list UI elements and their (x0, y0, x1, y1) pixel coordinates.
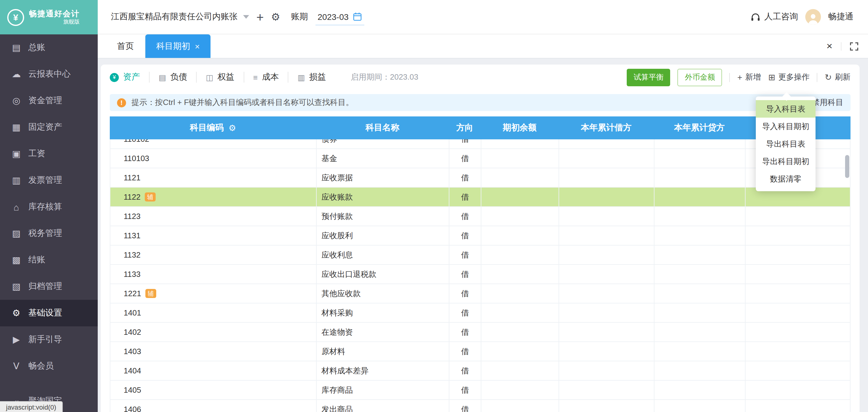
account-table-row[interactable]: 1132 应收利息 借 (111, 246, 850, 265)
account-table-row[interactable]: 1401 材料采购 借 (111, 304, 850, 323)
period-picker[interactable]: 2023-03 (315, 9, 364, 25)
sidebar-item-label: 总账 (28, 42, 45, 53)
auxiliary-badge: 辅 (145, 289, 156, 298)
tab-close-icon[interactable]: × (195, 41, 200, 51)
more-actions-menu-item[interactable]: 数据清零 (756, 170, 815, 188)
account-table-row[interactable]: 110102 债券 借 (111, 139, 850, 149)
account-table-row[interactable]: 1121 应收票据 借 (111, 168, 850, 188)
fullscreen-icon[interactable] (841, 42, 858, 51)
category-tabs: ¥ 资产 ▤ 负债 ◫ 权益 ≡ 成本 ▥ 损益 (110, 72, 335, 83)
account-code: 1121 (124, 173, 141, 182)
sidebar-item[interactable]: ☁ 云报表中心 (0, 61, 98, 88)
account-code-cell: 1123 (111, 207, 317, 226)
app-title: 畅捷通好会计 (29, 9, 80, 19)
account-table-row[interactable]: 110103 基金 借 (111, 149, 850, 168)
category-tab[interactable]: ≡ 成本 (243, 72, 288, 83)
add-button[interactable]: + 新增 (737, 72, 761, 83)
opening-balance-cell (482, 342, 559, 361)
chevron-down-icon (243, 15, 249, 19)
account-table-row[interactable]: 1122 辅 应收账款 借 (111, 188, 850, 207)
account-table-row[interactable]: 1403 原材料 借 (111, 342, 850, 361)
human-support-button[interactable]: 人工咨询 (750, 11, 798, 22)
user-name[interactable]: 畅捷通 (828, 11, 854, 22)
ytd-debit-cell (559, 168, 654, 187)
category-tab-label: 资产 (123, 72, 140, 83)
direction-cell: 借 (450, 149, 482, 168)
refresh-button[interactable]: ↻ 刷新 (825, 72, 850, 83)
sidebar-item-label: 资金管理 (28, 95, 62, 106)
foreign-currency-button[interactable]: 外币金额 (678, 68, 722, 86)
app-logo[interactable]: ¥ 畅捷通好会计 旗舰版 (0, 0, 98, 34)
sidebar-item-label: 发票管理 (28, 175, 62, 186)
page-tab[interactable]: 科目期初 × (145, 34, 211, 58)
account-table-row[interactable]: 1405 库存商品 借 (111, 381, 850, 400)
account-code-cell: 1133 (111, 265, 317, 284)
account-table-row[interactable]: 1133 应收出口退税款 借 (111, 265, 850, 284)
company-selector[interactable]: 江西服宝精品有限责任公司内账张 (111, 11, 249, 22)
extra-cell (746, 361, 850, 380)
direction-cell: 借 (450, 284, 482, 303)
ytd-debit-cell (559, 304, 654, 322)
direction-cell: 借 (450, 207, 482, 226)
sidebar-item[interactable]: Ⅴ 畅会员 (0, 353, 98, 379)
account-table-row[interactable]: 1221 辅 其他应收款 借 (111, 284, 850, 304)
page-tab[interactable]: 首页 (106, 34, 145, 58)
account-code-cell: 1403 (111, 342, 317, 361)
category-tab[interactable]: ◫ 权益 (196, 72, 244, 83)
user-avatar[interactable] (805, 9, 821, 25)
warning-icon: ! (117, 98, 126, 107)
sidebar-item[interactable]: ▩ 结账 (0, 247, 98, 273)
account-name-cell: 应收票据 (317, 168, 450, 187)
account-table-row[interactable]: 1131 应收股利 借 (111, 226, 850, 246)
sidebar-item[interactable]: ▨ 税务管理 (0, 220, 98, 247)
more-actions-menu-item[interactable]: 导出科目期初 (756, 153, 815, 170)
auxiliary-badge: 辅 (145, 192, 156, 201)
account-code-cell: 1121 (111, 168, 317, 187)
sidebar-item[interactable]: ▣ 工资 (0, 140, 98, 167)
sidebar-item[interactable]: ▦ 固定资产 (0, 114, 98, 140)
trial-balance-button[interactable]: 试算平衡 (627, 68, 671, 86)
account-code-cell: 1122 辅 (111, 188, 317, 206)
sidebar-item[interactable]: ◎ 资金管理 (0, 88, 98, 114)
sidebar-item[interactable]: ▥ 发票管理 (0, 167, 98, 194)
more-actions-button[interactable]: ⊞ 更多操作 (768, 72, 809, 83)
add-account-set-button[interactable]: + (256, 10, 264, 23)
more-actions-menu-item[interactable]: 导入科目表 (756, 100, 815, 118)
account-table-row[interactable]: 1123 预付账款 借 (111, 207, 850, 226)
tab-bar: 首页 科目期初 × × (98, 34, 868, 59)
table-body-viewport: 110102 债券 借 110103 基金 借 1121 应收票据 借 (110, 139, 850, 412)
account-code: 1123 (124, 212, 141, 221)
account-code: 1403 (124, 347, 141, 356)
sidebar-item[interactable]: ⚙ 基础设置 (0, 300, 98, 326)
ytd-debit-cell (559, 246, 654, 264)
more-actions-menu-item[interactable]: 导入科目期初 (756, 118, 815, 135)
account-code: 1133 (124, 270, 141, 279)
disable-subject-button[interactable]: 禁用科目 (812, 97, 843, 108)
account-set-settings-gear-icon[interactable]: ⚙ (271, 12, 280, 22)
plus-icon: + (737, 73, 742, 82)
vertical-scrollbar[interactable] (845, 155, 849, 178)
more-actions-menu-item[interactable]: 导出科目表 (756, 135, 815, 153)
sidebar-item[interactable]: ▤ 总账 (0, 34, 98, 61)
category-tab[interactable]: ▤ 负债 (149, 72, 196, 83)
account-table-row[interactable]: 1402 在途物资 借 (111, 323, 850, 342)
extra-cell (746, 284, 850, 303)
opening-balance-cell (482, 381, 559, 399)
account-code: 1122 (124, 192, 141, 201)
category-tab[interactable]: ¥ 资产 (110, 72, 149, 83)
sidebar-item[interactable]: ▶ 新手引导 (0, 326, 98, 353)
column-settings-gear-icon[interactable]: ⚙ (228, 123, 236, 133)
sidebar-item[interactable]: ▧ 归档管理 (0, 273, 98, 300)
extra-cell (746, 304, 850, 322)
ytd-credit-cell (654, 149, 746, 168)
close-all-tabs-icon[interactable]: × (826, 40, 832, 52)
category-tab[interactable]: ▥ 损益 (288, 72, 335, 83)
account-table-row[interactable]: 1406 发出商品 借 (111, 400, 850, 412)
account-code-cell: 1404 (111, 361, 317, 380)
account-code-cell: 1401 (111, 304, 317, 322)
account-table-row[interactable]: 1404 材料成本差异 借 (111, 361, 850, 381)
sidebar-item-icon: ☁ (11, 69, 22, 80)
sidebar-item-icon: ▣ (11, 148, 22, 159)
main-area: 江西服宝精品有限责任公司内账张 + ⚙ 账期 2023-03 人工咨询 畅捷通 (98, 0, 868, 412)
sidebar-item[interactable]: ⌂ 库存核算 (0, 194, 98, 220)
